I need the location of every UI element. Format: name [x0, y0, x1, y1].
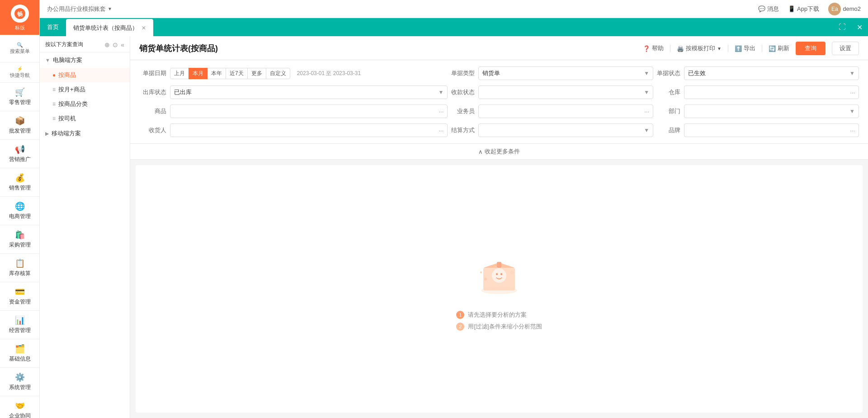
collapse-panel-icon[interactable]: «: [121, 41, 124, 48]
home-tab-label: 首页: [47, 23, 59, 31]
header-right: 💬 消息 📱 App下载 Ea demo2: [758, 3, 861, 15]
marketing-icon: 📢: [15, 144, 25, 154]
sidebar-item-purchase[interactable]: 🛍️ 采购管理: [0, 225, 39, 254]
department-control[interactable]: ▼: [684, 104, 859, 118]
warehouse-more-icon[interactable]: ···: [850, 89, 855, 96]
print-chevron-icon: ▼: [717, 46, 722, 51]
salesperson-filter-item: 业务员 ···: [448, 104, 653, 118]
sidebar-item-finance[interactable]: 💳 资金管理: [0, 282, 39, 311]
mobile-scheme-label: 移动端方案: [52, 129, 81, 138]
hint-text-2: 用[过滤]条件来缩小分析范围: [468, 323, 542, 331]
doc-type-filter-item: 单据类型 销货单 ▼: [448, 66, 653, 80]
tab-maximize-icon[interactable]: ⛶: [833, 23, 851, 31]
date-pill-custom[interactable]: 自定义: [266, 68, 290, 79]
tab-close-window-icon[interactable]: ✕: [851, 23, 868, 32]
enterprise-label: 企业协同: [9, 412, 31, 418]
finance-label: 资金管理: [9, 298, 31, 306]
divider-2: [728, 45, 728, 52]
refresh-button[interactable]: 🔄 刷新: [769, 44, 789, 52]
quick-nav-button[interactable]: ⚡ 快捷导航: [0, 62, 39, 83]
sidebar-item-operations[interactable]: 📊 经营管理: [0, 311, 39, 339]
sidebar-item-retail[interactable]: 🛒 零售管理: [0, 83, 39, 111]
brand-control[interactable]: ···: [684, 124, 859, 137]
sidebar-item-marketing[interactable]: 📢 营销推广: [0, 140, 39, 168]
payment-method-control[interactable]: ▼: [478, 124, 653, 137]
recipient-control[interactable]: ···: [170, 124, 448, 137]
scheme-item-by-product[interactable]: ● 按商品: [40, 68, 130, 82]
scheme-item-label-2: 按月+商品: [58, 86, 85, 94]
empty-illustration: [472, 247, 526, 302]
sidebar-item-basic[interactable]: 🗂️ 基础信息: [0, 339, 39, 368]
date-selector: 上月 本月 本年 近7天 更多 自定义: [170, 68, 290, 79]
user-avatar-area[interactable]: Ea demo2: [828, 3, 861, 15]
sidebar-item-inventory[interactable]: 📋 库存核算: [0, 254, 39, 282]
payment-method-filter-item: 结算方式 ▼: [448, 124, 653, 137]
date-pill-last-month[interactable]: 上月: [170, 68, 189, 79]
svg-point-7: [500, 273, 502, 275]
product-more-icon[interactable]: ···: [439, 108, 443, 115]
scheme-item-by-cashier[interactable]: ≡ 按司机: [40, 111, 130, 126]
print-button[interactable]: 🖨️ 按模板打印 ▼: [677, 44, 722, 52]
finance-icon: 💳: [15, 287, 25, 297]
print-label: 按模板打印: [686, 44, 715, 52]
sidebar-item-system[interactable]: ⚙️ 系统管理: [0, 368, 39, 396]
add-scheme-icon[interactable]: ⊕: [104, 41, 110, 48]
settings-scheme-icon[interactable]: ⊙: [113, 41, 118, 48]
doc-type-control[interactable]: 销货单 ▼: [478, 66, 653, 80]
warehouse-label: 仓库: [653, 88, 680, 96]
svg-point-5: [492, 268, 506, 283]
date-pill-this-month[interactable]: 本月: [189, 68, 208, 79]
date-pill-more[interactable]: 更多: [247, 68, 266, 79]
sidebar-item-sales[interactable]: 💰 销售管理: [0, 168, 39, 197]
sidebar-item-enterprise[interactable]: 🤝 企业协同: [0, 396, 39, 418]
product-label: 商品: [139, 107, 166, 115]
salesperson-control[interactable]: ···: [478, 104, 653, 118]
department-filter-item: 部门 ▼: [653, 104, 859, 118]
sidebar-item-ecommerce[interactable]: 🌐 电商管理: [0, 197, 39, 225]
salesperson-more-icon[interactable]: ···: [644, 108, 649, 115]
date-pill-7days[interactable]: 近7天: [226, 68, 248, 79]
export-label: 导出: [744, 44, 755, 52]
date-pill-this-year[interactable]: 本年: [207, 68, 226, 79]
page-title-bar: 销货单统计表(按商品) ❓ 帮助 🖨️ 按模板打印 ▼: [130, 36, 868, 60]
mobile-scheme-group: ▶ 移动端方案: [40, 126, 130, 141]
product-control[interactable]: ···: [170, 104, 448, 118]
export-button[interactable]: ⬆️ 导出: [735, 44, 755, 52]
settings-button[interactable]: 设置: [832, 42, 859, 55]
industry-name: 办公用品行业模拟账套: [47, 5, 106, 13]
scheme-item-by-category[interactable]: ≡ 按商品分类: [40, 97, 130, 111]
pay-status-control[interactable]: ▼: [478, 86, 653, 99]
tab-close-icon[interactable]: ✕: [142, 25, 146, 31]
date-filter-item: 单据日期 上月 本月 本年 近7天 更多 自定义 2023-03-01 至 20…: [139, 68, 448, 79]
svg-point-8: [484, 278, 487, 280]
sidebar-item-wholesale[interactable]: 📦 批发管理: [0, 111, 39, 140]
query-button[interactable]: 查询: [796, 42, 826, 55]
logo-icon: 畅: [11, 5, 29, 23]
desktop-scheme-group-header[interactable]: ▼ 电脑端方案: [40, 52, 130, 68]
basic-icon: 🗂️: [15, 344, 25, 354]
scheme-item-by-month-product[interactable]: ≡ 按月+商品: [40, 82, 130, 97]
search-menu-button[interactable]: 🔍 搜索菜单: [10, 39, 30, 57]
scheme-item-label-3: 按商品分类: [58, 100, 88, 108]
tab-sales-stats[interactable]: 销货单统计表（按商品） ✕: [66, 19, 153, 37]
warehouse-control[interactable]: ···: [684, 86, 859, 99]
scheme-item-label: 按商品: [58, 71, 76, 79]
help-button[interactable]: ❓ 帮助: [643, 44, 664, 52]
svg-point-6: [496, 273, 498, 275]
tab-home[interactable]: 首页: [40, 18, 66, 36]
sales-label: 销售管理: [9, 184, 31, 192]
collapse-more-conditions[interactable]: ∧ 收起更多条件: [130, 144, 868, 160]
out-status-control[interactable]: 已出库 ▼: [170, 86, 448, 99]
recipient-more-icon[interactable]: ···: [439, 127, 443, 134]
doc-status-control[interactable]: 已生效 ▼: [684, 66, 859, 80]
recipient-filter-item: 收货人 ···: [139, 124, 448, 137]
brand-more-icon[interactable]: ···: [850, 127, 855, 134]
avatar-text: Ea: [831, 6, 838, 12]
app-download-button[interactable]: 📱 App下载: [788, 5, 819, 13]
logo-text: 标版: [15, 24, 25, 31]
desktop-scheme-label: 电脑端方案: [53, 56, 82, 64]
messages-button[interactable]: 💬 消息: [758, 5, 779, 13]
mobile-scheme-group-header[interactable]: ▶ 移动端方案: [40, 126, 130, 141]
print-icon: 🖨️: [677, 45, 684, 52]
industry-selector[interactable]: 办公用品行业模拟账套 ▼: [47, 5, 112, 13]
